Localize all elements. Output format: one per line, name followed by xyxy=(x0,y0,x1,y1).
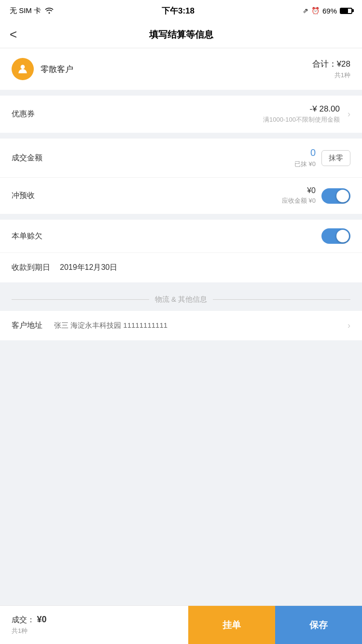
prepay-label: 冲预收 xyxy=(12,191,35,201)
prepay-toggle[interactable] xyxy=(321,188,350,204)
status-time: 下午3:18 xyxy=(162,5,195,16)
page-title: 填写结算等信息 xyxy=(149,28,213,41)
customer-total: 合计：¥28 xyxy=(312,58,350,70)
debt-toggle[interactable] xyxy=(321,228,350,244)
bottom-info: 成交： ¥0 共1种 xyxy=(0,615,188,635)
wifi-icon xyxy=(45,7,54,15)
coupon-label: 优惠券 xyxy=(12,109,35,119)
due-date-label: 收款到期日 xyxy=(12,263,50,273)
prepay-value-col: ¥0 应收金额 ¥0 xyxy=(282,186,316,205)
rounded-desc: 已抹 ¥0 xyxy=(294,160,316,168)
status-left: 无 SIM 卡 xyxy=(10,6,54,15)
prepay-right: ¥0 应收金额 ¥0 xyxy=(35,186,350,205)
round-zero-col: 0 已抹 ¥0 xyxy=(294,147,316,168)
deal-amount-right: 0 已抹 ¥0 抹零 xyxy=(42,147,350,168)
chevron-right-icon: › xyxy=(348,109,350,119)
prepay-row: 冲预收 ¥0 应收金额 ¥0 xyxy=(0,178,362,214)
customer-name: 零散客户 xyxy=(41,64,73,75)
debt-label: 本单赊欠 xyxy=(12,231,42,241)
debt-toggle-knob xyxy=(336,230,349,242)
bottom-deal-line: 成交： ¥0 xyxy=(12,615,177,625)
round-zero-button[interactable]: 抹零 xyxy=(321,150,350,166)
content-area: 零散客户 合计：¥28 共1种 优惠券 -¥ 28.00 满1000-100不限… xyxy=(0,48,362,390)
toggle-knob xyxy=(336,190,349,202)
address-label: 客户地址 xyxy=(12,321,50,331)
battery-percent: 69% xyxy=(322,7,337,15)
deal-amount-row: 成交金额 0 已抹 ¥0 抹零 xyxy=(0,139,362,178)
debt-section: 本单赊欠 收款到期日 2019年12月30日 xyxy=(0,220,362,282)
deal-amount-value: 0 xyxy=(294,147,316,158)
bottom-count: 共1种 xyxy=(12,627,177,635)
coupon-amount: -¥ 28.00 xyxy=(263,104,340,114)
customer-left: 零散客户 xyxy=(12,58,73,80)
deal-amount-label: 成交金额 xyxy=(12,153,42,163)
network-label: 无 SIM 卡 xyxy=(10,6,41,15)
save-button[interactable]: 保存 xyxy=(275,606,362,644)
bottom-deal-label: 成交： xyxy=(12,616,35,624)
battery-icon xyxy=(340,8,352,14)
prepay-value: ¥0 xyxy=(282,186,316,195)
logistics-header: 物流 & 其他信息 xyxy=(0,288,362,311)
back-button[interactable]: < xyxy=(10,27,29,42)
avatar xyxy=(12,58,34,80)
logistics-line-left xyxy=(12,299,149,300)
coupon-desc: 满1000-100不限制使用金额 xyxy=(263,115,340,124)
coupon-row[interactable]: 优惠券 -¥ 28.00 满1000-100不限制使用金额 › xyxy=(0,96,362,133)
debt-row: 本单赊欠 xyxy=(0,220,362,253)
debt-right xyxy=(42,228,350,244)
address-value: 张三 海淀永丰科技园 11111111111 xyxy=(50,321,346,330)
logistics-label: 物流 & 其他信息 xyxy=(155,295,207,304)
address-chevron-icon: › xyxy=(348,321,350,331)
svg-point-0 xyxy=(21,65,25,69)
status-right: ⇗ ⏰ 69% xyxy=(303,7,352,15)
logistics-line-right xyxy=(213,299,350,300)
customer-count: 共1种 xyxy=(312,71,350,80)
coupon-section: 优惠券 -¥ 28.00 满1000-100不限制使用金额 › xyxy=(0,96,362,133)
due-date-row: 收款到期日 2019年12月30日 xyxy=(0,253,362,282)
coupon-right: -¥ 28.00 满1000-100不限制使用金额 › xyxy=(35,104,350,124)
nav-bar: < 填写结算等信息 xyxy=(0,21,362,48)
bottom-bar: 成交： ¥0 共1种 挂单 保存 xyxy=(0,605,362,644)
deal-section: 成交金额 0 已抹 ¥0 抹零 冲预收 ¥0 应收金额 ¥0 xyxy=(0,139,362,214)
bottom-deal-amount: ¥0 xyxy=(37,615,46,624)
pending-button[interactable]: 挂单 xyxy=(188,606,275,644)
location-icon: ⇗ xyxy=(303,7,308,14)
alarm-icon: ⏰ xyxy=(311,7,320,14)
prepay-sub-desc: 应收金额 ¥0 xyxy=(282,196,316,205)
coupon-discount: -¥ 28.00 满1000-100不限制使用金额 xyxy=(263,104,340,124)
customer-right: 合计：¥28 共1种 xyxy=(312,58,350,80)
status-bar: 无 SIM 卡 下午3:18 ⇗ ⏰ 69% xyxy=(0,0,362,21)
customer-row: 零散客户 合计：¥28 共1种 xyxy=(0,48,362,90)
address-row[interactable]: 客户地址 张三 海淀永丰科技园 11111111111 › xyxy=(0,311,362,340)
due-date-value: 2019年12月30日 xyxy=(60,263,117,273)
